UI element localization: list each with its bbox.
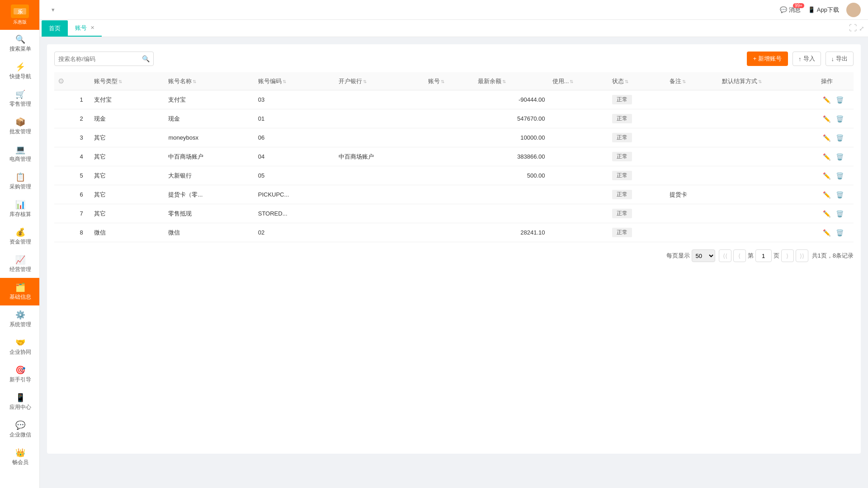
page-input[interactable] bbox=[755, 249, 772, 262]
sidebar-item-purchase[interactable]: 📋 采购管理 bbox=[0, 168, 39, 195]
row-bank-7 bbox=[335, 223, 425, 242]
sidebar-item-guide[interactable]: 🎯 新手引导 bbox=[0, 361, 39, 388]
sidebar-item-quicknav[interactable]: ⚡ 快捷导航 bbox=[0, 57, 39, 85]
edit-button-1[interactable]: ✏️ bbox=[821, 114, 832, 123]
edit-button-2[interactable]: ✏️ bbox=[821, 133, 832, 142]
tab-account[interactable]: 账号 ✕ bbox=[68, 20, 102, 37]
sidebar-item-finance[interactable]: 💰 资金管理 bbox=[0, 223, 39, 250]
sidebar-item-system[interactable]: ⚙️ 系统管理 bbox=[0, 305, 39, 333]
col-default-settle[interactable]: 默认结算方式⇅ bbox=[718, 72, 817, 90]
edit-button-7[interactable]: ✏️ bbox=[821, 228, 832, 237]
col-status[interactable]: 状态⇅ bbox=[609, 72, 666, 90]
row-usage-2 bbox=[549, 128, 609, 147]
page-size-dropdown[interactable]: 50 100 bbox=[692, 249, 715, 262]
sidebar-item-wechat[interactable]: 💬 企业微信 bbox=[0, 416, 39, 443]
sidebar-item-ecommerce[interactable]: 💻 电商管理 bbox=[0, 140, 39, 168]
next-page-button[interactable]: ⟩ bbox=[781, 249, 794, 262]
sidebar-item-cooperation[interactable]: 🤝 企业协同 bbox=[0, 333, 39, 361]
sidebar-item-member[interactable]: 👑 畅会员 bbox=[0, 443, 39, 471]
edit-button-4[interactable]: ✏️ bbox=[821, 171, 832, 180]
delete-button-5[interactable]: 🗑️ bbox=[834, 190, 845, 199]
delete-button-2[interactable]: 🗑️ bbox=[834, 133, 845, 142]
col-code[interactable]: 账号编码⇅ bbox=[255, 72, 335, 90]
app-download-button[interactable]: 📱 App下载 bbox=[808, 6, 839, 14]
row-num-2: 3 bbox=[72, 128, 90, 147]
col-gear[interactable]: ⚙ bbox=[54, 72, 72, 90]
add-account-button[interactable]: + 新增账号 bbox=[747, 52, 788, 66]
row-gear-1 bbox=[54, 109, 72, 128]
col-name[interactable]: 账号名称⇅ bbox=[165, 72, 254, 90]
row-balance-2: 10000.00 bbox=[474, 128, 548, 147]
edit-button-0[interactable]: ✏️ bbox=[821, 95, 832, 104]
col-balance[interactable]: 最新余额⇅ bbox=[474, 72, 548, 90]
first-page-button[interactable]: ⟨⟨ bbox=[719, 249, 731, 262]
row-code-6: STORED... bbox=[255, 204, 335, 223]
col-bank[interactable]: 开户银行⇅ bbox=[335, 72, 425, 90]
row-bank-6 bbox=[335, 204, 425, 223]
finance-icon: 💰 bbox=[15, 227, 25, 237]
delete-button-4[interactable]: 🗑️ bbox=[834, 171, 845, 180]
col-type[interactable]: 账号类型⇅ bbox=[90, 72, 165, 90]
table-row: 1 支付宝 支付宝 03 -90444.00 正常 ✏️ 🗑️ bbox=[54, 90, 854, 109]
row-num-6: 7 bbox=[72, 204, 90, 223]
sidebar-item-operation[interactable]: 📈 经营管理 bbox=[0, 250, 39, 278]
logo-text: 乐惠版 bbox=[13, 19, 27, 25]
export-button[interactable]: ↓ 导出 bbox=[826, 52, 854, 66]
col-note[interactable]: 备注⇅ bbox=[666, 72, 718, 90]
row-balance-3: 383866.00 bbox=[474, 147, 548, 166]
row-code-7: 02 bbox=[255, 223, 335, 242]
breadcrumb-dropdown[interactable]: ▾ bbox=[52, 6, 55, 13]
sort-icon-balance: ⇅ bbox=[502, 79, 506, 84]
import-button[interactable]: ↑ 导入 bbox=[793, 52, 821, 66]
toolbar-right: + 新增账号 ↑ 导入 ↓ 导出 bbox=[747, 52, 854, 66]
prev-page-button[interactable]: ⟨ bbox=[733, 249, 746, 262]
row-account-5 bbox=[425, 185, 474, 204]
fullscreen-button[interactable]: ⤢ bbox=[859, 25, 864, 32]
gear-icon[interactable]: ⚙ bbox=[58, 77, 64, 85]
last-page-button[interactable]: ⟩⟩ bbox=[796, 249, 808, 262]
delete-button-0[interactable]: 🗑️ bbox=[834, 95, 845, 104]
col-usage[interactable]: 使用...⇅ bbox=[549, 72, 609, 90]
table-row: 2 现金 现金 01 547670.00 正常 ✏️ 🗑️ bbox=[54, 109, 854, 128]
row-balance-5 bbox=[474, 185, 548, 204]
sort-icon-type: ⇅ bbox=[118, 79, 122, 84]
row-gear-2 bbox=[54, 128, 72, 147]
table-row: 6 其它 提货卡（零... PICKUPC... 正常 提货卡 ✏️ 🗑️ bbox=[54, 185, 854, 204]
delete-button-3[interactable]: 🗑️ bbox=[834, 152, 845, 161]
row-note-0 bbox=[666, 90, 718, 109]
row-status-0: 正常 bbox=[609, 90, 666, 109]
tab-home[interactable]: 首页 bbox=[42, 20, 68, 37]
sidebar-item-wholesale[interactable]: 📦 批发管理 bbox=[0, 113, 39, 140]
row-default-settle-7 bbox=[718, 223, 817, 242]
expand-button[interactable]: ⛶ bbox=[849, 23, 857, 33]
page-nav: ⟨⟨ ⟨ 第 页 ⟩ ⟩⟩ bbox=[719, 249, 808, 262]
search-input[interactable] bbox=[58, 56, 142, 62]
tab-close-icon[interactable]: ✕ bbox=[90, 25, 94, 31]
delete-button-7[interactable]: 🗑️ bbox=[834, 228, 845, 237]
sidebar-item-inventory[interactable]: 📊 库存核算 bbox=[0, 195, 39, 223]
edit-button-5[interactable]: ✏️ bbox=[821, 190, 832, 199]
row-type-2: 其它 bbox=[90, 128, 165, 147]
content-card: 🔍 + 新增账号 ↑ 导入 ↓ 导出 bbox=[47, 44, 861, 454]
search-menu-icon: 🔍 bbox=[15, 34, 25, 44]
search-box[interactable]: 🔍 bbox=[54, 52, 154, 66]
logo-icon: 乐 bbox=[11, 5, 29, 18]
edit-button-3[interactable]: ✏️ bbox=[821, 152, 832, 161]
table-row: 4 其它 中百商场账户 04 中百商场账户 383866.00 正常 ✏️ 🗑️ bbox=[54, 147, 854, 166]
sidebar-item-basic[interactable]: 🗂️ 基础信息 bbox=[0, 278, 39, 305]
tab-account-label: 账号 bbox=[75, 24, 87, 32]
sidebar-item-search[interactable]: 🔍 搜索菜单 bbox=[0, 30, 39, 57]
col-account[interactable]: 账号⇅ bbox=[425, 72, 474, 90]
row-name-7: 微信 bbox=[165, 223, 254, 242]
member-icon: 👑 bbox=[15, 448, 25, 458]
edit-button-6[interactable]: ✏️ bbox=[821, 209, 832, 218]
avatar[interactable] bbox=[846, 3, 861, 17]
row-type-4: 其它 bbox=[90, 166, 165, 185]
sidebar-item-appcenter[interactable]: 📱 应用中心 bbox=[0, 388, 39, 416]
delete-button-1[interactable]: 🗑️ bbox=[834, 114, 845, 123]
delete-button-6[interactable]: 🗑️ bbox=[834, 209, 845, 218]
row-gear-5 bbox=[54, 185, 72, 204]
message-button[interactable]: 💬 消息 99+ bbox=[780, 6, 801, 14]
sidebar-item-retail[interactable]: 🛒 零售管理 bbox=[0, 85, 39, 113]
import-label: 导入 bbox=[803, 55, 815, 63]
